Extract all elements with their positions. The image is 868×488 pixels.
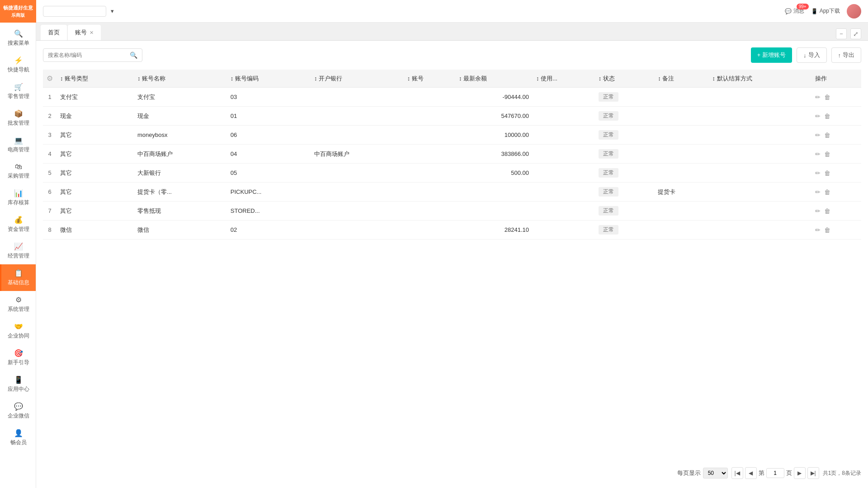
- row-code: STORED...: [227, 202, 311, 221]
- delete-btn[interactable]: 🗑: [824, 188, 830, 196]
- row-code: 02: [227, 221, 311, 239]
- sidebar-item-shortcut[interactable]: ⚡ 快捷导航: [0, 52, 36, 78]
- delete-btn[interactable]: 🗑: [824, 131, 830, 139]
- page-input[interactable]: [766, 468, 784, 478]
- row-name: 支付宝: [134, 88, 227, 107]
- account-search-input[interactable]: [48, 52, 130, 58]
- col-bank[interactable]: ↕ 开户银行: [311, 70, 404, 88]
- edit-btn[interactable]: ✏: [815, 207, 821, 215]
- row-account-no: [404, 107, 455, 126]
- col-use[interactable]: ↕ 使用...: [533, 70, 595, 88]
- sidebar-item-agreement[interactable]: 🤝 企业协同: [0, 318, 36, 344]
- last-page-btn[interactable]: ▶|: [807, 467, 819, 479]
- edit-btn[interactable]: ✏: [815, 169, 821, 177]
- sidebar-item-app_center[interactable]: 📱 应用中心: [0, 371, 36, 398]
- col-remark[interactable]: ↕ 备注: [654, 70, 708, 88]
- prev-page-btn[interactable]: ◀: [745, 467, 757, 479]
- row-no: 8: [43, 221, 57, 239]
- search-icon[interactable]: 🔍: [130, 52, 137, 59]
- row-balance: 383866.00: [455, 145, 533, 164]
- status-badge: 正常: [599, 92, 618, 102]
- tab-maximize-btn[interactable]: ⤢: [850, 28, 861, 39]
- tab-home[interactable]: 首页: [41, 25, 67, 40]
- col-type[interactable]: ↕ 账号类型: [57, 70, 134, 88]
- row-action: ✏ 🗑: [811, 202, 861, 221]
- delete-btn[interactable]: 🗑: [824, 226, 830, 234]
- topbar-dropdown[interactable]: ▾: [111, 8, 114, 14]
- row-use: [533, 183, 595, 202]
- account-search-box[interactable]: 🔍: [43, 48, 142, 62]
- per-page-select[interactable]: 50 20 100: [703, 468, 728, 479]
- row-bank: [311, 202, 404, 221]
- toolbar-right: + 新增账号 ↓ 导入 ↑ 导出: [751, 47, 861, 63]
- col-account-no[interactable]: ↕ 账号: [404, 70, 455, 88]
- row-remark: [654, 107, 708, 126]
- row-remark: [654, 126, 708, 145]
- edit-btn[interactable]: ✏: [815, 226, 821, 234]
- edit-btn[interactable]: ✏: [815, 131, 821, 139]
- app-download-btn[interactable]: 📱 App下载: [811, 7, 840, 15]
- row-use: [533, 145, 595, 164]
- tab-account[interactable]: 账号 ✕: [68, 25, 101, 40]
- col-status[interactable]: ↕ 状态: [595, 70, 654, 88]
- sidebar-item-member[interactable]: 👤 畅会员: [0, 424, 36, 451]
- export-icon: ↑: [838, 52, 841, 59]
- sidebar-icon-basic: 📋: [14, 269, 23, 277]
- row-account-no: [404, 183, 455, 202]
- tab-minimize-btn[interactable]: －: [836, 28, 847, 39]
- import-btn[interactable]: ↓ 导入: [797, 47, 827, 63]
- row-no: 1: [43, 88, 57, 107]
- user-avatar[interactable]: [847, 4, 861, 19]
- delete-btn[interactable]: 🗑: [824, 169, 830, 177]
- row-status: 正常: [595, 183, 654, 202]
- add-account-btn[interactable]: + 新增账号: [751, 47, 792, 63]
- sidebar-item-enterprise_wechat[interactable]: 💬 企业微信: [0, 398, 36, 424]
- delete-btn[interactable]: 🗑: [824, 207, 830, 215]
- account-table-container: ⚙ ↕ 账号类型 ↕ 账号名称 ↕ 账号编码 ↕ 开户银行 ↕ 账号 ↕ 最新余…: [43, 70, 861, 460]
- sidebar-item-inventory[interactable]: 📊 库存核算: [0, 184, 36, 211]
- col-default-payment[interactable]: ↕ 默认结算方式: [709, 70, 812, 88]
- row-account-no: [404, 145, 455, 164]
- table-row: 1 支付宝 支付宝 03 -90444.00 正常 ✏ 🗑: [43, 88, 861, 107]
- sidebar-item-operations[interactable]: 📈 经营管理: [0, 238, 36, 264]
- col-name[interactable]: ↕ 账号名称: [134, 70, 227, 88]
- message-btn[interactable]: 💬 消息 99+: [785, 7, 804, 15]
- page-content: 🔍 + 新增账号 ↓ 导入 ↑ 导出 ⚙ ↕ 账号类型: [36, 41, 868, 488]
- topbar: ▾ 💬 消息 99+ 📱 App下载: [36, 0, 868, 23]
- topbar-right: 💬 消息 99+ 📱 App下载: [785, 4, 861, 19]
- col-settings[interactable]: ⚙: [43, 70, 57, 88]
- edit-btn[interactable]: ✏: [815, 188, 821, 196]
- row-status: 正常: [595, 221, 654, 239]
- sidebar-item-search[interactable]: 🔍 搜索菜单: [0, 25, 36, 52]
- col-balance[interactable]: ↕ 最新余额: [455, 70, 533, 88]
- sidebar-item-system[interactable]: ⚙ 系统管理: [0, 291, 36, 318]
- sidebar-item-purchase[interactable]: 🛍 采购管理: [0, 158, 36, 184]
- col-code[interactable]: ↕ 账号编码: [227, 70, 311, 88]
- row-no: 7: [43, 202, 57, 221]
- first-page-btn[interactable]: |◀: [731, 467, 743, 479]
- sidebar-item-basic[interactable]: 📋 基础信息: [0, 264, 36, 291]
- sidebar-item-wholesale[interactable]: 📦 批发管理: [0, 105, 36, 131]
- sidebar-icon-ecommerce: 💻: [14, 136, 23, 145]
- row-action: ✏ 🗑: [811, 145, 861, 164]
- sidebar-item-guide[interactable]: 🎯 新手引导: [0, 344, 36, 371]
- delete-btn[interactable]: 🗑: [824, 150, 830, 158]
- row-default-payment: [709, 221, 812, 239]
- edit-btn[interactable]: ✏: [815, 94, 821, 101]
- tab-account-close[interactable]: ✕: [90, 30, 94, 36]
- edit-btn[interactable]: ✏: [815, 113, 821, 120]
- row-code: 06: [227, 126, 311, 145]
- status-badge: 正常: [599, 111, 618, 121]
- edit-btn[interactable]: ✏: [815, 150, 821, 158]
- export-btn[interactable]: ↑ 导出: [831, 47, 862, 63]
- topbar-search-input[interactable]: [47, 8, 102, 14]
- delete-btn[interactable]: 🗑: [824, 113, 830, 120]
- next-page-btn[interactable]: ▶: [794, 467, 806, 479]
- sidebar-item-retail[interactable]: 🛒 零售管理: [0, 78, 36, 105]
- sidebar-item-ecommerce[interactable]: 💻 电商管理: [0, 131, 36, 158]
- sidebar-item-finance[interactable]: 💰 资金管理: [0, 211, 36, 238]
- delete-btn[interactable]: 🗑: [824, 94, 830, 101]
- status-badge: 正常: [599, 168, 618, 178]
- topbar-search-box[interactable]: [43, 6, 106, 17]
- row-action: ✏ 🗑: [811, 88, 861, 107]
